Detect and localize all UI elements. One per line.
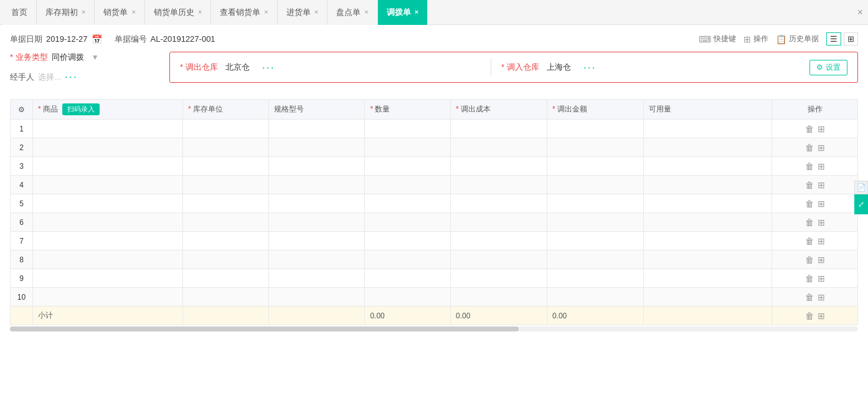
tab-view-sales[interactable]: 查看销货单 × — [211, 0, 277, 25]
th-product: * 商品 扫码录入 — [33, 100, 183, 120]
tab-purchase-order[interactable]: 进货单 × — [278, 0, 328, 25]
header-toolbar: ⌨ 快捷键 ⊞ 操作 📋 历史单据 ☰ ⊞ — [699, 32, 858, 45]
table-row: 9 🗑 ⊞ — [11, 269, 858, 288]
table-row: 7 🗑 ⊞ — [11, 232, 858, 250]
history-docs-btn[interactable]: 📋 历史单据 — [776, 34, 819, 44]
quick-keys-btn[interactable]: ⌨ 快捷键 — [699, 34, 736, 44]
row-delete-icon[interactable]: 🗑 — [805, 255, 814, 265]
operations-icon: ⊞ — [743, 34, 751, 44]
table-row: 6 🗑 ⊞ — [11, 213, 858, 232]
side-buttons: 📄 ⤢ — [854, 181, 868, 214]
tab-close-inventory-count[interactable]: × — [364, 9, 368, 16]
tab-inventory-init[interactable]: 库存期初 × — [37, 0, 95, 25]
contact-more-btn[interactable]: ··· — [65, 70, 78, 83]
doc-num-field-group: 单据编号 AL-20191227-001 — [115, 34, 215, 45]
warehouse-section: 调出仓库 北京仓 ··· 调入仓库 上海仓 ··· ⚙ 设置 — [169, 52, 858, 83]
warehouse-out-more-btn[interactable]: ··· — [262, 61, 275, 74]
tab-close-inventory-init[interactable]: × — [82, 9, 85, 16]
th-settings[interactable]: ⚙ — [11, 100, 33, 120]
row-action-cell: 🗑 ⊞ — [777, 292, 852, 302]
row-action-cell: 🗑 ⊞ — [777, 161, 852, 171]
side-note-btn[interactable]: 📄 — [854, 181, 868, 194]
biz-type-select[interactable]: 同价调拨 ▼ — [52, 52, 126, 63]
row-action-cell: 🗑 ⊞ — [777, 274, 852, 283]
table-row: 1 🗑 ⊞ — [11, 120, 858, 138]
table-row: 3 🗑 ⊞ — [11, 157, 858, 176]
calendar-icon[interactable]: 📅 — [92, 34, 102, 44]
row-delete-icon[interactable]: 🗑 — [805, 161, 814, 171]
row-delete-icon[interactable]: 🗑 — [805, 236, 814, 246]
row-delete-icon[interactable]: 🗑 — [805, 199, 814, 209]
scan-entry-button[interactable]: 扫码录入 — [62, 103, 100, 115]
contact-label: 经手人 — [10, 72, 34, 83]
scrollbar-thumb[interactable] — [10, 326, 519, 331]
row-delete-icon[interactable]: 🗑 — [805, 292, 814, 302]
row-copy-icon[interactable]: ⊞ — [818, 161, 825, 171]
contact-input[interactable]: 选择... — [38, 72, 61, 83]
row-copy-icon[interactable]: ⊞ — [818, 217, 825, 227]
date-label: 单据日期 — [10, 34, 42, 45]
warehouse-divider — [491, 59, 491, 76]
row-copy-icon[interactable]: ⊞ — [818, 292, 825, 302]
tab-sales-order[interactable]: 销货单 × — [95, 0, 144, 25]
subtotal-delete-icon[interactable]: 🗑 — [805, 311, 814, 321]
row-delete-icon[interactable]: 🗑 — [805, 143, 814, 153]
side-expand-btn[interactable]: ⤢ — [854, 194, 868, 214]
history-icon: 📋 — [776, 34, 786, 44]
th-spec: 规格型号 — [268, 100, 365, 120]
items-table: ⚙ * 商品 扫码录入 * 库存单位 规格型号 * — [10, 99, 858, 325]
main-content: 单据日期 2019-12-27 📅 单据编号 AL-20191227-001 ⌨… — [0, 25, 868, 339]
tab-transfer-order[interactable]: 调拨单 × — [378, 0, 428, 25]
row-delete-icon[interactable]: 🗑 — [805, 274, 814, 283]
row-delete-icon[interactable]: 🗑 — [805, 217, 814, 227]
table-row: 5 🗑 ⊞ — [11, 194, 858, 213]
row-copy-icon[interactable]: ⊞ — [818, 274, 825, 283]
date-field-group: 单据日期 2019-12-27 📅 — [10, 34, 102, 45]
row-delete-icon[interactable]: 🗑 — [805, 180, 814, 190]
settings-button[interactable]: ⚙ 设置 — [809, 60, 847, 75]
tab-home[interactable]: 首页 — [2, 0, 37, 25]
row-copy-icon[interactable]: ⊞ — [818, 180, 825, 190]
tab-close-transfer-order[interactable]: × — [415, 9, 418, 16]
tab-close-view-sales[interactable]: × — [264, 9, 268, 16]
row-action-cell: 🗑 ⊞ — [777, 124, 852, 134]
subtotal-copy-icon[interactable]: ⊞ — [818, 311, 825, 321]
tab-close-sales-order[interactable]: × — [131, 9, 135, 16]
th-available: 可用量 — [643, 100, 771, 120]
quick-keys-icon: ⌨ — [699, 34, 711, 44]
row-delete-icon[interactable]: 🗑 — [805, 124, 814, 134]
th-cost: * 调出成本 — [451, 100, 547, 120]
table-container: ⚙ * 商品 扫码录入 * 库存单位 规格型号 * — [10, 99, 858, 331]
row-copy-icon[interactable]: ⊞ — [818, 255, 825, 265]
tab-sales-history[interactable]: 销货单历史 × — [145, 0, 211, 25]
grid-view-btn[interactable]: ⊞ — [844, 32, 858, 45]
row-copy-icon[interactable]: ⊞ — [818, 124, 825, 134]
row-copy-icon[interactable]: ⊞ — [818, 236, 825, 246]
view-toggle-group: ☰ ⊞ — [826, 32, 858, 45]
tab-close-sales-history[interactable]: × — [198, 9, 202, 16]
warehouse-in-more-btn[interactable]: ··· — [583, 61, 597, 74]
date-value: 2019-12-27 — [46, 34, 88, 44]
doc-num-value: AL-20191227-001 — [151, 34, 215, 44]
horizontal-scrollbar[interactable] — [10, 326, 858, 331]
tab-inventory-count[interactable]: 盘点单 × — [328, 0, 377, 25]
th-unit: * 库存单位 — [182, 100, 268, 120]
table-settings-icon[interactable]: ⚙ — [18, 105, 25, 114]
operations-btn[interactable]: ⊞ 操作 — [743, 34, 768, 44]
warehouse-out-value: 北京仓 — [225, 62, 250, 73]
row-action-cell: 🗑 ⊞ — [777, 143, 852, 153]
row-copy-icon[interactable]: ⊞ — [818, 143, 825, 153]
window-close-button[interactable]: × — [857, 7, 863, 18]
tab-close-purchase-order[interactable]: × — [314, 9, 318, 16]
list-view-btn[interactable]: ☰ — [826, 32, 841, 45]
row-action-cell: 🗑 ⊞ — [777, 217, 852, 227]
row-action-cell: 🗑 ⊞ — [777, 236, 852, 246]
table-body: 1 🗑 ⊞ 2 🗑 — [11, 120, 858, 307]
warehouse-in-field: 调入仓库 上海仓 ··· — [501, 61, 802, 74]
settings-gear-icon: ⚙ — [816, 63, 823, 72]
table-header-row: ⚙ * 商品 扫码录入 * 库存单位 规格型号 * — [11, 100, 858, 120]
row-copy-icon[interactable]: ⊞ — [818, 199, 825, 209]
table-row: 8 🗑 ⊞ — [11, 250, 858, 269]
th-amount: * 调出金额 — [547, 100, 643, 120]
form-header: 单据日期 2019-12-27 📅 单据编号 AL-20191227-001 ⌨… — [10, 32, 858, 45]
